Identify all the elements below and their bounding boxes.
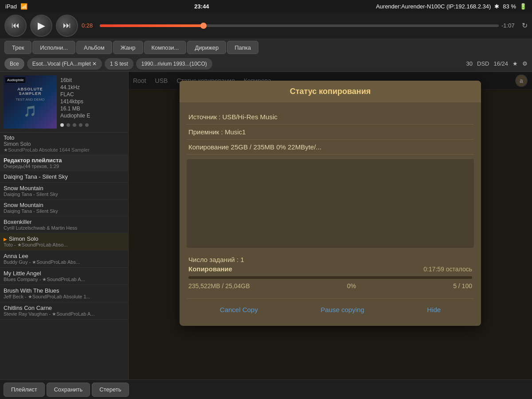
modal-actions: Cancel Copy Pause copying Hide: [187, 298, 474, 319]
list-item[interactable]: Chitlins Con Carne Stevie Ray Vaughan - …: [0, 302, 128, 320]
item-artist: Buddy Guy - ★SoundProLab Abs...: [4, 259, 125, 265]
destination-row: Приемник : Music1: [187, 125, 474, 140]
item-artist-playing: Toto - ★SoundProLab Abso...: [4, 242, 125, 248]
playlist-items: Daiqing Tana - Silent Sky Snow Mountain …: [0, 171, 128, 379]
filter-test[interactable]: 1 S test: [105, 58, 133, 70]
album-dots: [60, 123, 125, 127]
current-track-title: Toto: [4, 134, 125, 141]
device-info: Aurender:Aurender-N100C (IP:192.168.2.34…: [376, 3, 491, 10]
bluetooth-icon: ✱: [494, 3, 499, 10]
item-title: Chitlins Con Carne: [4, 305, 125, 311]
modal-log-area: [187, 159, 474, 248]
list-item[interactable]: Daiqing Tana - Silent Sky: [0, 171, 128, 183]
play-button[interactable]: ▶: [30, 15, 52, 37]
source-row: Источник : USB/Hi-Res Music: [187, 110, 474, 125]
progress-text-row: Копирование 25GB / 235MB 0% 22MByte/...: [187, 140, 474, 155]
playlist-button[interactable]: Плейлист: [4, 383, 45, 397]
tab-composer[interactable]: Компози...: [144, 41, 187, 54]
time-remaining: -1:07: [501, 22, 519, 29]
main-layout: ABSOLUTE SAMPLER TEST AND DEMO 🎵 Audioph…: [0, 72, 532, 379]
dot-5: [85, 123, 89, 127]
tab-track[interactable]: Трек: [4, 41, 31, 54]
rewind-button[interactable]: ⏮: [4, 15, 27, 37]
copying-row: Копирование 0:17:59 осталось: [188, 265, 472, 273]
list-item[interactable]: Snow Mountain Daiqing Tana - Silent Sky: [0, 183, 128, 200]
status-bar: iPad 📶 23:44 Aurender:Aurender-N100C (IP…: [0, 0, 532, 12]
modal-title: Статус копирования: [187, 87, 474, 96]
progress-thumb: [200, 23, 207, 29]
item-title: Boxenkiller: [4, 219, 125, 225]
source: Audiophile E: [60, 113, 125, 119]
status-right: Aurender:Aurender-N100C (IP:192.168.2.34…: [376, 3, 527, 10]
tab-conductor[interactable]: Дирижер: [187, 41, 226, 54]
nav-tabs: Трек Исполни... Альбом Жанр Компози... Д…: [0, 39, 532, 56]
playing-indicator: ▶: [4, 237, 7, 242]
cancel-copy-button[interactable]: Cancel Copy: [209, 302, 269, 317]
tab-artist[interactable]: Исполни...: [32, 41, 75, 54]
dot-1: [60, 123, 64, 127]
tab-genre[interactable]: Жанр: [113, 41, 143, 54]
clear-button[interactable]: Стереть: [92, 383, 129, 397]
progress-fill: [100, 24, 203, 27]
album-art-title: ABSOLUTE SAMPLER: [7, 87, 53, 96]
content-area: Root USB Статус копирования Копирова... …: [129, 72, 532, 379]
sample-rate: 44.1kHz: [60, 84, 125, 90]
hide-button[interactable]: Hide: [416, 302, 451, 317]
percent-done: 0%: [347, 282, 356, 289]
modal-status-section: Число заданий : 1 Копирование 0:17:59 ос…: [187, 252, 474, 298]
list-item[interactable]: Anna Lee Buddy Guy - ★SoundProLab Abs...: [0, 250, 128, 268]
modal-progress-bar: [188, 276, 472, 279]
settings-icon[interactable]: ⚙: [522, 60, 528, 67]
file-count: 5 / 100: [453, 282, 472, 289]
star-icon: ★: [512, 60, 518, 67]
progress-bar[interactable]: [100, 24, 499, 27]
list-item[interactable]: My Little Angel Blues Company - ★SoundPr…: [0, 268, 128, 285]
filter-decade[interactable]: 1990...rivium 1993...(10CO): [136, 58, 212, 70]
modal-body: Источник : USB/Hi-Res Music Приемник : M…: [180, 102, 481, 326]
status-time: 23:44: [194, 3, 209, 10]
format-label: DSD: [477, 60, 489, 67]
transport-bar: ⏮ ▶ ⏭ 0:28 -1:07 ↻: [0, 12, 532, 39]
battery-info: 83 %: [503, 3, 516, 10]
album-art: ABSOLUTE SAMPLER TEST AND DEMO 🎵 Audioph…: [4, 75, 57, 129]
file-size: 16.1 MB: [60, 106, 125, 112]
list-item[interactable]: Brush With The Blues Jeff Beck - ★SoundP…: [0, 285, 128, 302]
save-button[interactable]: Сохранить: [47, 383, 90, 397]
album-art-inner: ABSOLUTE SAMPLER TEST AND DEMO 🎵: [4, 75, 57, 129]
size-copied: 235,522MB / 25,04GB: [188, 282, 250, 289]
pause-copying-button[interactable]: Pause copying: [310, 302, 375, 317]
bitdepth-label: 16/24: [493, 60, 508, 67]
battery-icon: 🔋: [520, 3, 527, 10]
item-artist: Jeff Beck - ★SoundProLab Absolute 1...: [4, 294, 125, 300]
tab-folder[interactable]: Папка: [227, 41, 258, 54]
bit-depth: 16bit: [60, 77, 125, 83]
modal-header: Статус копирования: [180, 81, 481, 102]
dot-3: [73, 123, 76, 127]
item-title: Snow Mountain: [4, 185, 125, 192]
current-track-artist: Simon Solo: [4, 141, 125, 147]
list-item[interactable]: Snow Mountain Daiqing Tana - Silent Sky: [0, 200, 128, 216]
album-art-icon: 🎵: [7, 105, 53, 117]
queue-info: Очередь(44 треков, 1:29: [4, 164, 125, 169]
filter-vocal[interactable]: Esot...Vocal (FLA...mplet ✕: [27, 58, 102, 70]
item-artist: Daiqing Tana - Silent Sky: [4, 192, 125, 197]
ipad-label: iPad: [5, 3, 17, 10]
list-item-playing[interactable]: ▶Simon Solo Toto - ★SoundProLab Abso...: [0, 233, 128, 250]
sidebar: ABSOLUTE SAMPLER TEST AND DEMO 🎵 Audioph…: [0, 72, 129, 379]
fast-forward-button[interactable]: ⏭: [56, 15, 78, 37]
list-item[interactable]: Boxenkiller Cyrill Lutzelschwab & Martin…: [0, 216, 128, 233]
copy-status-modal: Статус копирования Источник : USB/Hi-Res…: [180, 81, 481, 326]
tasks-label: Число заданий : 1: [188, 256, 472, 263]
album-art-subtitle: TEST AND DEMO: [7, 98, 53, 102]
item-artist: Stevie Ray Vaughan - ★SoundProLab A...: [4, 311, 125, 317]
modal-overlay: Статус копирования Источник : USB/Hi-Res…: [129, 72, 532, 379]
format: FLAC: [60, 91, 125, 98]
item-artist: Cyrill Lutzelschwab & Martin Hess: [4, 225, 125, 231]
item-title: My Little Angel: [4, 270, 125, 277]
dot-2: [66, 123, 70, 127]
repeat-icon[interactable]: ↻: [522, 21, 528, 30]
bottom-bar: Плейлист Сохранить Стереть: [0, 379, 532, 399]
filter-all[interactable]: Все: [4, 58, 24, 70]
tab-album[interactable]: Альбом: [76, 41, 112, 54]
album-label-badge: Audiophile: [5, 77, 25, 83]
